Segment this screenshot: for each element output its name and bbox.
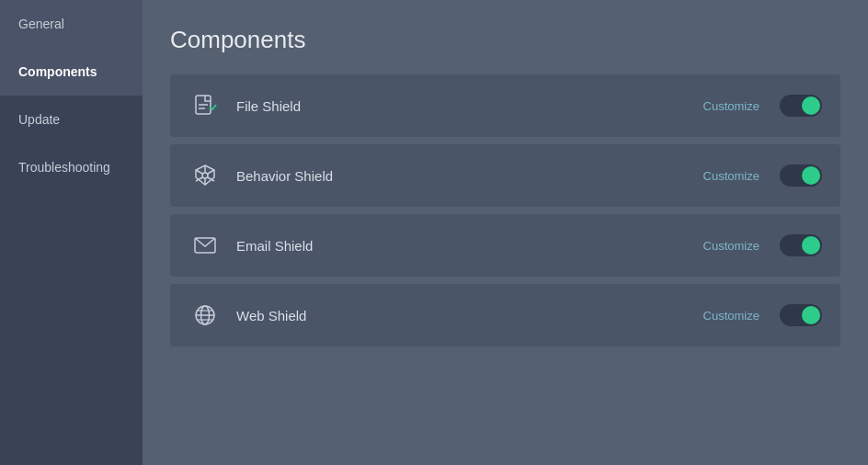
svg-line-7 xyxy=(196,170,202,174)
behavior-shield-name: Behavior Shield xyxy=(236,168,703,184)
web-shield-icon xyxy=(188,299,222,332)
svg-point-4 xyxy=(202,173,208,178)
behavior-shield-icon xyxy=(188,159,222,192)
sidebar-item-general[interactable]: General xyxy=(0,0,143,48)
sidebar-item-troubleshooting[interactable]: Troubleshooting xyxy=(0,143,143,191)
behavior-shield-toggle[interactable] xyxy=(780,164,822,187)
file-shield-customize[interactable]: Customize xyxy=(703,99,760,113)
sidebar-item-label: Troubleshooting xyxy=(18,160,110,175)
sidebar-item-components[interactable]: Components xyxy=(0,48,143,96)
svg-line-9 xyxy=(208,170,214,174)
component-row-email-shield: Email Shield Customize xyxy=(170,214,840,277)
component-row-file-shield: File Shield Customize xyxy=(170,74,840,137)
email-shield-name: Email Shield xyxy=(236,238,703,254)
sidebar-item-update[interactable]: Update xyxy=(0,96,143,143)
email-shield-customize[interactable]: Customize xyxy=(703,239,760,253)
file-shield-toggle[interactable] xyxy=(780,95,822,117)
sidebar-item-label: General xyxy=(18,17,64,31)
email-shield-toggle[interactable] xyxy=(780,234,822,256)
component-row-web-shield: Web Shield Customize xyxy=(170,284,840,346)
sidebar: General Components Update Troubleshootin… xyxy=(0,0,143,465)
sidebar-item-label: Components xyxy=(18,64,97,79)
web-shield-customize[interactable]: Customize xyxy=(703,309,760,323)
behavior-shield-customize[interactable]: Customize xyxy=(703,169,760,183)
email-shield-icon xyxy=(188,229,222,262)
component-row-behavior-shield: Behavior Shield Customize xyxy=(170,144,840,207)
web-shield-toggle[interactable] xyxy=(780,304,822,326)
web-shield-name: Web Shield xyxy=(236,308,703,323)
page-title: Components xyxy=(170,26,840,54)
main-content: Components File Shield Customize xyxy=(143,0,868,465)
file-shield-icon xyxy=(188,89,222,122)
file-shield-name: File Shield xyxy=(236,98,703,114)
sidebar-item-label: Update xyxy=(18,112,60,127)
